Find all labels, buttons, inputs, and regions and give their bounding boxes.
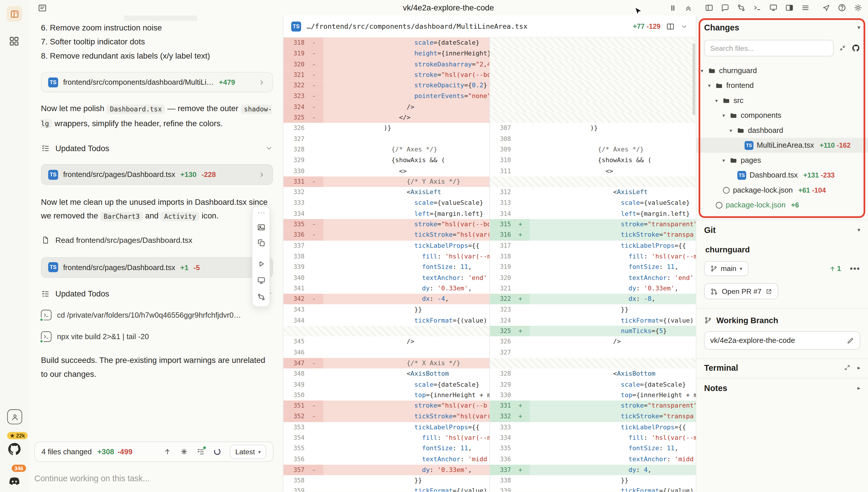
file-diff-card[interactable]: TS frontend/src/pages/Dashboard.tsx +1 -… <box>41 257 273 278</box>
chevron-right-icon[interactable]: ▸ <box>858 385 861 391</box>
chevron-down-icon[interactable]: ▾ <box>715 98 723 103</box>
split-view-icon[interactable] <box>666 22 675 31</box>
chevron-right-icon[interactable]: ▸ <box>858 364 861 370</box>
copy-icon[interactable] <box>257 239 266 247</box>
monitor-icon[interactable] <box>257 276 266 285</box>
chevron-down-icon[interactable]: ▾ <box>722 113 729 118</box>
chevron-down-icon[interactable]: ▾ <box>729 128 737 133</box>
tree-item-components[interactable]: ▾components <box>697 108 868 123</box>
asterisk-icon[interactable] <box>180 448 188 456</box>
diff-row: 318- scale={dateScale} <box>283 38 696 48</box>
terminal-command-row[interactable]: npx vite build 2>&1 | tail -20 <box>41 330 273 343</box>
tree-item-src[interactable]: ▾src <box>697 93 868 107</box>
terminal-section-header[interactable]: Terminal ▸ <box>697 359 868 376</box>
menu-icon[interactable] <box>801 3 810 12</box>
notes-section-header[interactable]: Notes ▸ <box>697 379 868 396</box>
read-file-row[interactable]: Read frontend/src/pages/Dashboard.tsx <box>41 233 273 247</box>
tree-item-churnguard[interactable]: ▾churnguard <box>697 63 868 78</box>
chevron-right-icon[interactable] <box>258 78 266 86</box>
chat-bubble-icon[interactable] <box>721 3 730 12</box>
diff-line-removed: 320- strokeDasharray="2,4 <box>283 59 490 70</box>
tree-item-pages[interactable]: ▾pages <box>697 153 868 167</box>
open-pr-button[interactable]: Open PR #7 <box>704 283 778 299</box>
grid-icon[interactable] <box>8 35 20 47</box>
tree-item-frontend[interactable]: ▾frontend <box>697 78 868 93</box>
chevron-down-icon[interactable]: ▾ <box>858 24 861 30</box>
latest-dropdown[interactable]: Latest▾ <box>230 444 266 459</box>
todos-icon[interactable] <box>196 448 205 456</box>
changes-status-bar[interactable]: 4 files changed +308 -499 Latest▾ <box>34 442 274 462</box>
more-dots-icon[interactable]: ••• <box>850 264 861 273</box>
diff-line-context: 326 )} <box>283 123 490 134</box>
help-icon[interactable] <box>838 3 846 12</box>
tree-item-package-lock.json[interactable]: package-lock.json+6 <box>697 198 868 212</box>
monitor-icon[interactable] <box>769 3 778 12</box>
git-compare-icon[interactable] <box>737 3 746 12</box>
diff-line-context: 339 tickFormat={(value) <box>490 486 696 492</box>
git-title: Git <box>704 225 716 234</box>
chevron-down-icon[interactable] <box>265 145 273 152</box>
chevron-right-icon[interactable] <box>258 171 266 178</box>
person-icon[interactable] <box>7 409 22 424</box>
diff-line-context: 344 tickFormat={(value) <box>283 315 490 326</box>
diff-line-context: 318 fill: 'hsl(var(--m <box>490 251 696 262</box>
tree-item-dashboard[interactable]: ▾dashboard <box>697 123 868 138</box>
diff-line-context: 328 {/* Axes */} <box>283 145 490 155</box>
search-input[interactable] <box>704 40 834 56</box>
chevron-down-icon[interactable] <box>680 22 688 30</box>
updated-todos-row[interactable]: Updated Todos <box>41 286 273 301</box>
diff-row: 355 fontSize: 11,335 fontSize: 11, <box>283 443 696 454</box>
composer: 4 files changed +308 -499 Latest▾ Opus▾ … <box>34 442 274 492</box>
collapse-up-icon[interactable] <box>684 3 693 12</box>
diff-row: 331- {/* Y Axis */} <box>283 176 696 187</box>
inline-code: Activity <box>161 212 200 221</box>
discord-icon[interactable] <box>7 473 22 489</box>
screenshot-icon[interactable] <box>257 223 266 232</box>
git-compare-icon[interactable] <box>257 293 266 302</box>
pause-icon[interactable] <box>669 3 677 12</box>
chevron-down-icon[interactable]: ▾ <box>701 68 708 73</box>
chevron-down-icon[interactable]: ▾ <box>708 83 715 88</box>
share-icon[interactable] <box>822 3 830 12</box>
panel-left-icon[interactable] <box>705 3 713 12</box>
file-label: dashboard <box>748 126 783 134</box>
changes-section-header[interactable]: Changes ▾ <box>697 20 868 34</box>
branch-selector[interactable]: main ▾ <box>704 261 748 276</box>
files-changed-label: 4 files changed <box>42 448 92 456</box>
chevron-down-icon[interactable]: ▾ <box>858 226 861 233</box>
file-diff-card[interactable]: TS frontend/src/components/dashboard/Mul… <box>41 72 273 93</box>
terminal-command: cd /private/var/folders/10/h7w0q46556ggr… <box>57 311 241 319</box>
message-input[interactable] <box>34 473 274 483</box>
cat-icon[interactable] <box>851 44 861 53</box>
git-section-header[interactable]: Git ▾ <box>697 222 868 237</box>
tree-item-package-lock.json[interactable]: package-lock.json+61 -104 <box>697 182 868 197</box>
tree-item-multilinearea.tsx[interactable]: TSMultiLineArea.tsx+110 -162 <box>697 138 868 153</box>
message-hover-toolbar <box>252 206 270 307</box>
tree-item-dashboard.tsx[interactable]: TSDashboard.tsx+131 -233 <box>697 168 868 182</box>
pencil-icon[interactable] <box>846 337 854 344</box>
expand-icon[interactable] <box>844 364 851 371</box>
working-branch-input[interactable] <box>710 336 842 345</box>
play-icon[interactable] <box>257 259 266 268</box>
diff-line-removed: 351- stroke="hsl(var(--b <box>283 401 490 411</box>
more-dots-icon[interactable] <box>257 208 266 218</box>
app-icon[interactable] <box>7 6 22 22</box>
collapse-all-icon[interactable] <box>839 44 846 52</box>
panel-right-icon[interactable] <box>785 3 794 12</box>
diff-line-empty <box>283 326 490 337</box>
success-dot <box>39 339 44 344</box>
chevron-down-icon: ▾ <box>258 449 261 454</box>
diff-line-context: 354 fill: 'hsl(var(--m <box>283 433 490 443</box>
updated-todos-row[interactable]: Updated Todos <box>41 141 273 155</box>
github-icon[interactable] <box>7 442 22 457</box>
chevron-down-icon[interactable]: ▾ <box>722 157 729 163</box>
scrollbar-thumb[interactable] <box>693 43 696 115</box>
terminal-command-row[interactable]: cd /private/var/folders/10/h7w0q46556ggr… <box>41 309 273 322</box>
deletions-count: -228 <box>202 170 216 179</box>
arrow-up-icon[interactable] <box>163 448 172 456</box>
settings-gear-icon[interactable] <box>853 3 863 12</box>
file-diff-card[interactable]: TS frontend/src/pages/Dashboard.tsx +130… <box>41 164 273 185</box>
diff-line-removed: 336- tickStroke="hsl(var( <box>283 230 490 241</box>
todo-list-item: 6. Remove zoom instruction noise <box>41 21 273 35</box>
terminal-prompt-icon[interactable] <box>753 3 762 12</box>
